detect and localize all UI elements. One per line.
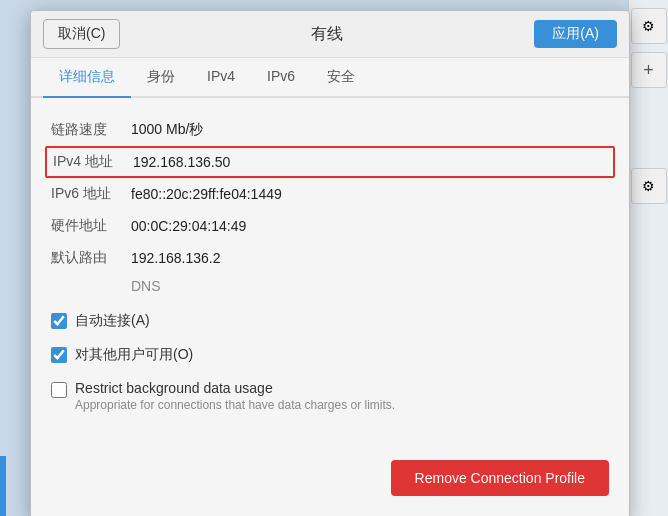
remove-connection-button[interactable]: Remove Connection Profile bbox=[391, 460, 609, 496]
gear-icon-2: ⚙ bbox=[642, 178, 655, 194]
tab-identity[interactable]: 身份 bbox=[131, 58, 191, 98]
plus-icon: + bbox=[643, 60, 654, 81]
tab-security[interactable]: 安全 bbox=[311, 58, 371, 98]
hardware-address-row: 硬件地址 00:0C:29:04:14:49 bbox=[51, 210, 609, 242]
restrict-description: Appropriate for connections that have da… bbox=[75, 398, 395, 412]
default-route-row: 默认路由 192.168.136.2 bbox=[51, 242, 609, 274]
restrict-title: Restrict background data usage bbox=[75, 380, 395, 396]
restrict-row: Restrict background data usage Appropria… bbox=[51, 372, 609, 420]
auto-connect-row: 自动连接(A) bbox=[51, 304, 609, 338]
default-route-value: 192.168.136.2 bbox=[131, 250, 221, 266]
gear-button-top[interactable]: ⚙ bbox=[631, 8, 667, 44]
link-speed-row: 链路速度 1000 Mb/秒 bbox=[51, 114, 609, 146]
dialog-footer: Remove Connection Profile bbox=[31, 436, 629, 516]
ipv6-address-value: fe80::20c:29ff:fe04:1449 bbox=[131, 186, 282, 202]
all-users-checkbox[interactable] bbox=[51, 347, 67, 363]
default-route-label: 默认路由 bbox=[51, 249, 131, 267]
link-speed-value: 1000 Mb/秒 bbox=[131, 121, 203, 139]
auto-connect-checkbox[interactable] bbox=[51, 313, 67, 329]
dialog-title: 有线 bbox=[311, 24, 343, 45]
tab-ipv6[interactable]: IPv6 bbox=[251, 58, 311, 98]
ipv6-address-row: IPv6 地址 fe80::20c:29ff:fe04:1449 bbox=[51, 178, 609, 210]
cancel-button[interactable]: 取消(C) bbox=[43, 19, 120, 49]
all-users-label[interactable]: 对其他用户可用(O) bbox=[75, 346, 193, 364]
gear-icon: ⚙ bbox=[642, 18, 655, 34]
left-accent-strip bbox=[0, 456, 6, 516]
gear-button-bottom[interactable]: ⚙ bbox=[631, 168, 667, 204]
restrict-checkbox[interactable] bbox=[51, 382, 67, 398]
dialog-header: 取消(C) 有线 应用(A) bbox=[31, 11, 629, 58]
ipv4-address-label: IPv4 地址 bbox=[53, 153, 133, 171]
wired-connection-dialog: 取消(C) 有线 应用(A) 详细信息 身份 IPv4 IPv6 安全 链路速度… bbox=[30, 10, 630, 516]
plus-button[interactable]: + bbox=[631, 52, 667, 88]
apply-button[interactable]: 应用(A) bbox=[534, 20, 617, 48]
ipv4-address-row: IPv4 地址 192.168.136.50 bbox=[45, 146, 615, 178]
dialog-content: 链路速度 1000 Mb/秒 IPv4 地址 192.168.136.50 IP… bbox=[31, 98, 629, 436]
link-speed-label: 链路速度 bbox=[51, 121, 131, 139]
all-users-row: 对其他用户可用(O) bbox=[51, 338, 609, 372]
tab-bar: 详细信息 身份 IPv4 IPv6 安全 bbox=[31, 58, 629, 98]
tab-details[interactable]: 详细信息 bbox=[43, 58, 131, 98]
ipv4-address-value: 192.168.136.50 bbox=[133, 154, 230, 170]
restrict-text-block: Restrict background data usage Appropria… bbox=[75, 380, 395, 412]
hardware-address-value: 00:0C:29:04:14:49 bbox=[131, 218, 246, 234]
dns-label: DNS bbox=[131, 278, 161, 294]
hardware-address-label: 硬件地址 bbox=[51, 217, 131, 235]
tab-ipv4[interactable]: IPv4 bbox=[191, 58, 251, 98]
auto-connect-label[interactable]: 自动连接(A) bbox=[75, 312, 150, 330]
right-sidebar: ⚙ + ⚙ bbox=[628, 0, 668, 516]
ipv6-address-label: IPv6 地址 bbox=[51, 185, 131, 203]
dns-row: DNS bbox=[51, 274, 609, 304]
